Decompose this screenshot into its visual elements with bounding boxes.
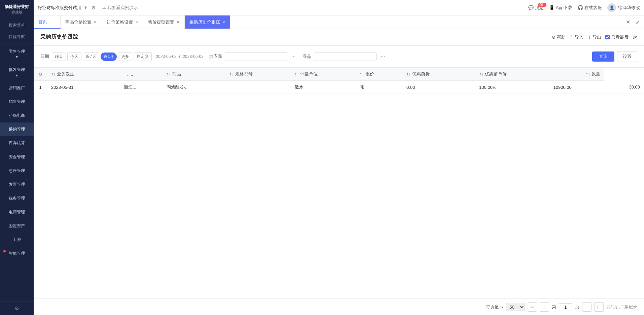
page-header: 采购历史价跟踪 ⊙ 帮助 ⇑ 导入 ⇓ 导出 只看最后一次 <box>34 29 644 46</box>
th-goods[interactable]: ↑↓ 商品 <box>163 68 225 81</box>
th-pre-discount-price-label: ↑↓ 优惠前单价 <box>479 71 507 76</box>
topbar-settings-icon[interactable]: ⚙ <box>91 5 96 11</box>
pag-next-btn[interactable]: › <box>582 302 592 312</box>
export-icon: ⇓ <box>587 35 591 40</box>
date-btn-1month[interactable]: 近1月 <box>101 53 117 61</box>
tab-close-icon[interactable]: ✕ <box>135 20 138 25</box>
tab-label: 采购历史价跟踪 <box>189 19 220 25</box>
tab-close-icon[interactable]: ✕ <box>222 20 225 25</box>
settings-icon[interactable]: ⚙ <box>14 306 19 311</box>
tab-price-extract[interactable]: 售价提取设置 ✕ <box>143 15 185 29</box>
th-date-label: ↑↓ 业务发生... <box>51 71 78 76</box>
sidebar-item-wholesale[interactable]: 批发管理 ▲ <box>0 63 34 81</box>
tab-close-icon[interactable]: ✕ <box>176 20 180 25</box>
tab-label: 进价策略设置 <box>107 19 133 25</box>
sidebar-item-marketing[interactable]: 营销推广 <box>0 81 34 95</box>
sidebar-item-invoice[interactable]: 发票管理 <box>0 178 34 191</box>
date-filter-label: 日期 <box>40 54 49 60</box>
th-pre-discount-price[interactable]: ↑↓ 优惠前单价 <box>475 68 549 81</box>
mobile-icon: 📱 <box>549 5 554 10</box>
topbar-right: 💬 消息 99+ 📱 App下载 🎧 在线客服 👤 徐泽华修改 <box>528 3 640 12</box>
th-spec[interactable]: ↑↓ 规格型号 <box>225 68 290 81</box>
sidebar-item-inventory[interactable]: 库存核算 <box>0 136 34 150</box>
tabbar: 首页 商品价格设置 ✕ 进价策略设置 ✕ 售价提取设置 ✕ 采购历史价跟踪 ✕ … <box>34 15 644 29</box>
pag-first-btn[interactable]: ⊨ <box>528 302 537 312</box>
demo-link[interactable]: ☁ 我要看实例演示 <box>102 5 138 11</box>
date-btn-7days[interactable]: 近7天 <box>83 53 99 61</box>
sidebar-item-sales[interactable]: 销售管理 <box>0 95 34 109</box>
dropdown-arrow-icon[interactable]: ▼ <box>83 5 88 10</box>
tab-maximize-btn[interactable]: ⤢ <box>634 18 641 27</box>
page-actions: ⊙ 帮助 ⇑ 导入 ⇓ 导出 只看最后一次 <box>552 34 637 45</box>
goods-filter-group: 商品 ··· <box>302 53 386 61</box>
sidebar-quicknav[interactable]: 快捷导航 <box>0 32 34 42</box>
help-btn[interactable]: ⊙ 帮助 <box>552 34 566 40</box>
messages-btn[interactable]: 💬 消息 99+ <box>528 5 544 11</box>
th-discount-label: ↑↓ 优惠前折... <box>406 71 433 76</box>
sidebar-item-ecommerce-small[interactable]: 小畅电商 <box>0 109 34 123</box>
sidebar-item-retail[interactable]: 零售管理 ▼ <box>0 45 34 63</box>
date-btn-today[interactable]: 今天 <box>67 53 81 61</box>
query-button[interactable]: 查询 <box>592 51 614 62</box>
supplier-dots[interactable]: ··· <box>290 54 297 60</box>
pag-page-input[interactable] <box>559 303 572 311</box>
sidebar-item-payroll[interactable]: 工资 <box>0 233 34 247</box>
th-price[interactable]: ↑↓ 报价 <box>356 68 402 81</box>
user-profile-btn[interactable]: 👤 徐泽华修改 <box>607 3 640 12</box>
th-discount[interactable]: ↑↓ 优惠前折... <box>402 68 475 81</box>
messages-badge: 99+ <box>538 3 546 7</box>
th-date[interactable]: ↑↓ 业务发生... <box>47 68 120 81</box>
tab-label: 售价提取设置 <box>148 19 174 25</box>
column-settings-icon[interactable]: ⚙ <box>38 72 42 77</box>
import-btn[interactable]: ⇑ 导入 <box>570 34 583 40</box>
td-dots: 浙江... <box>120 81 163 94</box>
filter-settings-button[interactable]: 设置 <box>617 51 637 62</box>
version-selector[interactable]: 好业财标准版交付试用 ▼ <box>38 5 88 11</box>
tab-price-settings[interactable]: 商品价格设置 ✕ <box>61 15 102 29</box>
version-label: 好业财标准版交付试用 <box>38 5 81 11</box>
tab-purchase-history[interactable]: 采购历史价跟踪 ✕ <box>185 15 230 29</box>
goods-input[interactable] <box>314 53 377 61</box>
last-only-checkbox-label[interactable]: 只看最后一次 <box>605 34 637 40</box>
tab-close-window-btn[interactable]: ✕ <box>624 18 632 27</box>
goods-dots[interactable]: ··· <box>379 54 386 60</box>
th-unit[interactable]: ↑↓ 计量单位 <box>291 68 356 81</box>
pag-page-label: 第 <box>552 304 556 310</box>
date-btn-yesterday[interactable]: 昨天 <box>52 53 66 61</box>
date-btn-more[interactable]: 更多 <box>118 53 132 61</box>
sidebar-item-fixed-assets[interactable]: 固定资产 <box>0 219 34 233</box>
th-qty[interactable]: ↑↓ 数量 <box>549 68 604 81</box>
sidebar-item-label: 库存核算 <box>9 140 25 146</box>
last-only-label: 只看最后一次 <box>611 34 637 40</box>
pag-last-btn[interactable]: ⊩ <box>594 302 604 312</box>
sidebar-item-dot <box>3 250 6 252</box>
sidebar-item-label: 采购管理 <box>9 127 25 132</box>
tab-home[interactable]: 首页 <box>34 15 61 29</box>
date-btn-custom[interactable]: 自定义 <box>134 53 152 61</box>
tab-price-strategy[interactable]: 进价策略设置 ✕ <box>102 15 143 29</box>
tab-close-icon[interactable]: ✕ <box>94 20 97 25</box>
content-area: 采购历史价跟踪 ⊙ 帮助 ⇑ 导入 ⇓ 导出 只看最后一次 <box>34 29 644 315</box>
export-btn[interactable]: ⇓ 导出 <box>587 34 601 40</box>
topbar: 好业财标准版交付试用 ▼ ⚙ ☁ 我要看实例演示 💬 消息 99+ 📱 App下… <box>34 0 644 15</box>
sidebar-item-ecommerce[interactable]: 电商管理 <box>0 205 34 219</box>
sidebar-item-ledger[interactable]: 总账管理 <box>0 164 34 178</box>
sidebar-item-label: 销售管理 <box>9 99 25 105</box>
sidebar-search[interactable]: 搜索菜单 <box>0 19 34 32</box>
online-service-btn[interactable]: 🎧 在线客服 <box>578 5 602 11</box>
per-page-select[interactable]: 50 100 200 <box>506 303 525 311</box>
app-download-btn[interactable]: 📱 App下载 <box>549 5 572 11</box>
date-buttons: 昨天 今天 近7天 近1月 更多 自定义 <box>52 53 152 61</box>
sidebar-item-purchase[interactable]: 采购管理 <box>0 123 34 136</box>
td-discount: 100.00% <box>475 81 549 94</box>
sidebar-item-tax[interactable]: 税务管理 <box>0 191 34 205</box>
supplier-input[interactable] <box>225 53 287 61</box>
sidebar-item-finance[interactable]: 资金管理 <box>0 150 34 164</box>
td-price-unit: 吨 <box>356 81 402 94</box>
supplier-filter-group: 供应商 ··· <box>209 53 297 61</box>
th-dots[interactable]: ↑↓ ... <box>120 68 163 81</box>
pag-page-unit: 页 <box>575 304 579 310</box>
pag-prev-btn[interactable]: ‹ <box>540 302 549 312</box>
sidebar-item-smart[interactable]: 智能管理 <box>0 247 34 260</box>
last-only-checkbox[interactable] <box>605 35 610 39</box>
